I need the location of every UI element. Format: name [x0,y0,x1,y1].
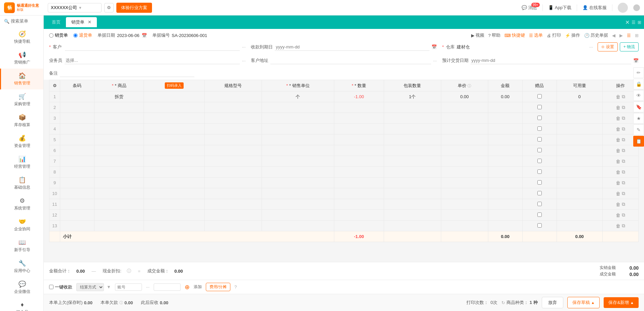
due-date-input[interactable] [275,43,429,51]
history-action[interactable]: 🕐 历史单据 [584,32,608,38]
addr-dots[interactable]: ··· [433,58,437,63]
sidebar-item-enterprise[interactable]: 🤝 企业协同 [0,215,43,235]
delete-row-button[interactable]: 🗑 [616,126,620,132]
float-orange-button[interactable]: 📋 [633,136,644,147]
select-action[interactable]: ☰ 选单 [529,32,543,38]
sidebar-item-wechat[interactable]: 💬 企业微信 [0,277,43,298]
message-button[interactable]: 💬 消息 99+ [522,5,537,11]
copy-row-button[interactable]: ⧉ [622,105,625,110]
calendar-icon2[interactable]: 📅 [431,44,437,49]
sidebar-item-inventory[interactable]: 📦 库存核算 [0,110,43,131]
price-info-icon[interactable]: ⓘ [467,84,471,88]
help-circle-icon[interactable]: ⓘ [127,268,131,274]
copy-row-button[interactable]: ⧉ [622,201,625,207]
float-lock-button[interactable]: 🔒 [633,79,644,89]
add-payment-icon[interactable]: ⊕ [185,283,190,291]
tab-layout-icon2[interactable]: ⊞ [638,20,641,25]
delete-row-button[interactable]: 🗑 [616,180,620,186]
delete-row-button[interactable]: 🗑 [616,201,620,207]
prev-icon[interactable]: ◀ [612,33,615,38]
settings-gear-button[interactable]: ⚙ [104,3,114,12]
sidebar-item-sales[interactable]: 🏠 销售管理 [0,69,43,89]
avatar2[interactable] [633,4,640,11]
copy-row-button[interactable]: ⧉ [622,191,625,196]
delete-row-button[interactable]: 🗑 [616,105,620,110]
shortcut-action[interactable]: ⌨ 快捷键 [504,32,525,38]
online-service-button[interactable]: 👤 在线客服 [582,5,607,11]
help-action[interactable]: ? 帮助 [488,32,500,38]
sidebar-item-marketing[interactable]: 📢 营销推广 [0,48,43,69]
list-view-icon[interactable]: ☰ [627,33,631,38]
delete-row-button[interactable]: 🗑 [616,94,620,100]
sidebar-search[interactable]: 🔍 搜索菜单 [0,15,43,27]
save-new-button[interactable]: 保存&新增 ▲ [604,297,639,308]
settlement-method-select[interactable]: 结算方式 [76,283,104,291]
th-settings[interactable]: ⚙ [49,80,60,91]
row-quantity[interactable]: -1.00 [334,91,384,102]
float-edit-button[interactable]: ✏ [633,67,644,78]
logistics-button[interactable]: + 物流 [620,42,639,51]
expense-button[interactable]: 费用/分摊 [206,283,230,291]
sidebar-item-finance[interactable]: 💰 资金管理 [0,131,43,152]
expense-help-icon[interactable]: ? [234,284,237,289]
delete-row-button[interactable]: 🗑 [616,115,620,121]
row-unit-price[interactable]: 0.00 [441,91,488,102]
float-pencil-button[interactable]: ✎ [633,124,644,135]
row-unit[interactable]: 个 [262,91,334,102]
debt-help-icon[interactable]: ⓘ [119,300,123,305]
tab-home[interactable]: 首页 [46,17,66,27]
reload-icon[interactable]: ↻ [501,300,505,305]
customer-input[interactable] [65,43,240,51]
delete-row-button[interactable]: 🗑 [616,137,620,143]
row-barcode[interactable] [60,91,94,102]
warehouse-dots[interactable]: ··· [589,44,593,49]
copy-row-button[interactable]: ⧉ [622,180,625,186]
payment-amount-input[interactable] [154,283,181,291]
save-draft-button[interactable]: 保存草稿 ▲ [567,297,600,308]
account-input[interactable] [115,283,142,291]
sidebar-item-operations[interactable]: 📊 经营管理 [0,152,43,173]
delete-row-button[interactable]: 🗑 [616,158,620,164]
delete-row-button[interactable]: 🗑 [616,191,620,196]
scan-button[interactable]: 扫码录入 [165,82,184,89]
row-amount[interactable]: 0.00 [488,91,522,102]
row-gift[interactable] [522,91,557,102]
salesperson-dots[interactable]: ··· [242,58,245,63]
grid-view-icon[interactable]: ⊞ [635,33,639,38]
copy-row-button[interactable]: ⧉ [622,94,625,100]
app-download-button[interactable]: 📱 App下载 [548,5,571,11]
tab-sales-order[interactable]: 销货单 ✕ [66,17,97,27]
print-action[interactable]: 🖨 打印 [547,32,561,38]
tab-close-icon[interactable]: ✕ [88,20,91,25]
customer-dots[interactable]: ··· [242,44,245,49]
expected-date-input[interactable] [470,57,631,64]
delete-row-button[interactable]: 🗑 [616,212,620,218]
sidebar-item-quick-nav[interactable]: 🧭 快捷导航 [0,27,43,48]
operation-action[interactable]: ⚡ 操作 [565,32,580,38]
copy-row-button[interactable]: ⧉ [622,148,625,153]
float-eye-button[interactable]: 👁 [633,90,644,101]
next-icon[interactable]: ▶ [619,33,623,38]
row-spec[interactable] [204,91,262,102]
video-action[interactable]: ▶ 视频 [471,32,484,38]
copy-row-button[interactable]: ⧉ [622,158,625,164]
delete-row-button[interactable]: 🗑 [616,223,620,229]
trial-button[interactable]: 体验行业方案 [116,3,152,13]
tab-layout-icon1[interactable]: ☰ [632,20,636,25]
dots-icon[interactable]: ··· [146,284,150,289]
copy-row-button[interactable]: ⧉ [622,223,625,229]
one-click-payment-checkbox[interactable]: 一键收款 [49,284,72,290]
customer-addr-input[interactable] [270,57,431,64]
settings-button[interactable]: ⊙ 设置 [598,42,617,51]
sidebar-item-app-center[interactable]: 🔧 应用中心 [0,256,43,277]
float-star-button[interactable]: ★ [633,113,644,124]
row-product[interactable]: 拆货 [94,91,144,102]
radio-return[interactable]: 退货单 [73,32,92,38]
sidebar-item-system[interactable]: ⚙ 系统管理 [0,194,43,215]
copy-row-button[interactable]: ⧉ [622,115,625,121]
delete-row-button[interactable]: 🗑 [616,148,620,153]
copy-row-button[interactable]: ⧉ [622,137,625,143]
radio-sales[interactable]: 销货单 [49,32,68,38]
float-bookmark-button[interactable]: 🔖 [633,102,644,112]
company-selector[interactable]: XXXXXX公司 ▼ [48,3,102,12]
